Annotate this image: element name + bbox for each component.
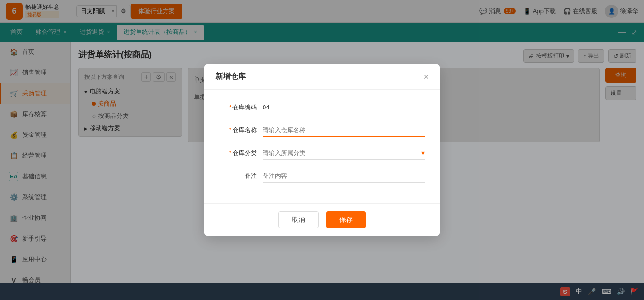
add-warehouse-modal: 新增仓库 × 仓库编码 仓库名称 仓库分类 ▾	[204, 64, 440, 236]
cancel-btn[interactable]: 取消	[278, 211, 319, 228]
modal-close-btn[interactable]: ×	[423, 73, 429, 81]
modal-header: 新增仓库 ×	[204, 64, 440, 90]
note-label: 备注	[219, 172, 257, 180]
name-label: 仓库名称	[219, 126, 257, 134]
name-form-row: 仓库名称	[219, 124, 425, 137]
modal-footer: 取消 保存	[204, 203, 440, 236]
note-form-row: 备注	[219, 169, 425, 183]
modal-title: 新增仓库	[215, 72, 246, 82]
note-input[interactable]	[263, 169, 425, 183]
category-dropdown-icon: ▾	[421, 149, 425, 157]
name-input[interactable]	[263, 124, 425, 137]
modal-overlay[interactable]: 新增仓库 × 仓库编码 仓库名称 仓库分类 ▾	[0, 0, 644, 300]
code-input[interactable]	[263, 101, 425, 114]
code-label: 仓库编码	[219, 103, 257, 112]
category-input[interactable]	[263, 150, 421, 157]
save-btn[interactable]: 保存	[326, 211, 366, 228]
modal-body: 仓库编码 仓库名称 仓库分类 ▾ 备注	[204, 90, 440, 203]
code-form-row: 仓库编码	[219, 101, 425, 114]
category-select-wrap[interactable]: ▾	[263, 146, 425, 160]
category-form-row: 仓库分类 ▾	[219, 146, 425, 160]
category-label: 仓库分类	[219, 149, 257, 158]
